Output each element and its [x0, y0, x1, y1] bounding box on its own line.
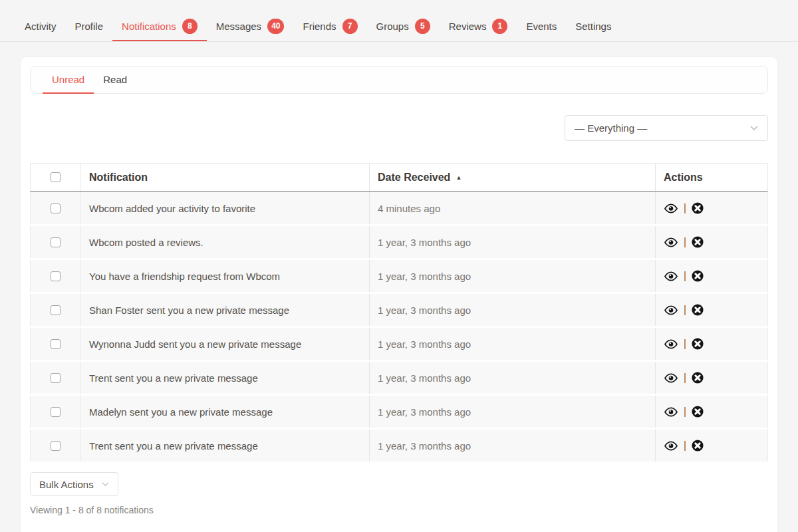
notification-type-select[interactable]: — Everything — — [565, 115, 768, 141]
nav-tab-label: Activity — [25, 21, 57, 32]
nav-tab-profile[interactable]: Profile — [66, 0, 113, 41]
subnav-tab-label: Read — [103, 74, 127, 85]
notification-text: Trent sent you a new private message — [89, 440, 258, 452]
notification-count-badge: 8 — [182, 19, 198, 34]
action-separator — [684, 305, 686, 315]
notification-text: You have a friendship request from Wbcom — [89, 271, 280, 282]
notifications-table: Notification Date Received ▲ Actions Wbc… — [30, 163, 768, 462]
subnav-tab-label: Unread — [52, 74, 84, 85]
table-row: Shan Foster sent you a new private messa… — [30, 294, 768, 326]
row-checkbox[interactable] — [51, 237, 61, 247]
nav-tab-settings[interactable]: Settings — [566, 0, 620, 41]
table-row: Wbcom posted a reviews. 1 year, 3 months… — [30, 226, 768, 258]
nav-tab-label: Messages — [216, 21, 261, 32]
notification-date: 1 year, 3 months ago — [378, 406, 471, 418]
nav-tab-label: Groups — [376, 21, 409, 32]
action-separator — [684, 407, 686, 417]
table-row: Wynonna Judd sent you a new private mess… — [30, 328, 768, 360]
nav-tab-label: Settings — [575, 21, 611, 32]
actions-column-header: Actions — [664, 172, 703, 184]
action-separator — [684, 441, 686, 451]
chevron-down-icon — [102, 482, 109, 487]
subnav-tab-unread[interactable]: Unread — [43, 66, 94, 94]
row-checkbox[interactable] — [51, 441, 61, 451]
select-all-checkbox[interactable] — [51, 172, 61, 182]
nav-tab-friends[interactable]: Friends 7 — [293, 0, 366, 41]
bulk-actions-label: Bulk Actions — [39, 479, 94, 490]
chevron-down-icon — [750, 126, 758, 131]
action-separator — [684, 271, 686, 281]
nav-tab-notifications[interactable]: Notifications 8 — [112, 0, 207, 41]
notification-text: Wbcom posted a reviews. — [89, 237, 203, 248]
notification-date: 1 year, 3 months ago — [378, 271, 471, 282]
row-checkbox[interactable] — [51, 373, 61, 383]
action-separator — [684, 339, 686, 349]
subnav-tab-read[interactable]: Read — [94, 66, 136, 94]
x-circle-icon[interactable] — [692, 406, 704, 418]
table-row: Trent sent you a new private message 1 y… — [30, 362, 768, 394]
notification-text: Wynonna Judd sent you a new private mess… — [89, 338, 301, 350]
x-circle-icon[interactable] — [692, 270, 704, 282]
pagination-status: Viewing 1 - 8 of 8 notifications — [30, 505, 768, 515]
row-checkbox[interactable] — [51, 407, 61, 417]
action-separator — [684, 237, 686, 247]
notification-text: Wbcom added your activity to favorite — [89, 203, 255, 214]
row-checkbox[interactable] — [51, 203, 61, 213]
table-header-row: Notification Date Received ▲ Actions — [30, 163, 768, 192]
notification-text: Shan Foster sent you a new private messa… — [89, 305, 289, 316]
filter-row: — Everything — — [30, 115, 768, 141]
eye-icon[interactable] — [664, 373, 678, 383]
notification-date: 1 year, 3 months ago — [378, 440, 471, 452]
notification-text: Madelyn sent you a new private message — [89, 406, 273, 418]
bulk-actions-select[interactable]: Bulk Actions — [30, 472, 118, 496]
row-checkbox[interactable] — [51, 271, 61, 281]
eye-icon[interactable] — [664, 203, 678, 213]
action-separator — [684, 203, 686, 213]
eye-icon[interactable] — [664, 305, 678, 315]
nav-tab-events[interactable]: Events — [517, 0, 566, 41]
notification-date: 1 year, 3 months ago — [378, 237, 471, 248]
nav-tab-label: Friends — [303, 21, 336, 32]
nav-tab-label: Reviews — [449, 21, 487, 32]
selected-filter-value: — Everything — — [575, 122, 647, 134]
notification-date: 1 year, 3 months ago — [378, 305, 471, 316]
messages-count-badge: 40 — [267, 19, 284, 34]
x-circle-icon[interactable] — [692, 236, 704, 248]
nav-tab-activity[interactable]: Activity — [15, 0, 66, 41]
eye-icon[interactable] — [664, 271, 678, 281]
notification-date: 1 year, 3 months ago — [378, 338, 471, 350]
nav-tab-groups[interactable]: Groups 5 — [367, 0, 440, 41]
notification-text: Trent sent you a new private message — [89, 372, 258, 384]
eye-icon[interactable] — [664, 339, 678, 349]
x-circle-icon[interactable] — [692, 338, 704, 350]
row-checkbox[interactable] — [51, 305, 61, 315]
table-row: Trent sent you a new private message 1 y… — [30, 430, 768, 462]
nav-tab-label: Events — [526, 21, 557, 32]
date-column-header[interactable]: Date Received ▲ — [370, 164, 656, 191]
table-body: Wbcom added your activity to favorite 4 … — [30, 192, 768, 462]
table-row: Madelyn sent you a new private message 1… — [30, 396, 768, 428]
action-separator — [684, 373, 686, 383]
eye-icon[interactable] — [664, 407, 678, 417]
nav-tab-label: Notifications — [122, 21, 176, 32]
x-circle-icon[interactable] — [692, 304, 704, 316]
nav-tab-reviews[interactable]: Reviews 1 — [440, 0, 517, 41]
main-nav: Activity Profile Notifications 8 Message… — [0, 0, 798, 42]
notifications-panel: Unread Read — Everything — Notification … — [20, 57, 778, 532]
x-circle-icon[interactable] — [692, 202, 704, 214]
reviews-count-badge: 1 — [492, 19, 507, 34]
read-state-subnav: Unread Read — [30, 66, 768, 94]
table-row: Wbcom added your activity to favorite 4 … — [30, 192, 768, 224]
eye-icon[interactable] — [664, 441, 678, 451]
nav-tab-label: Profile — [75, 21, 104, 32]
notification-column-header: Notification — [89, 172, 148, 184]
x-circle-icon[interactable] — [692, 440, 704, 452]
x-circle-icon[interactable] — [692, 372, 704, 384]
nav-tab-messages[interactable]: Messages 40 — [207, 0, 294, 41]
friends-count-badge: 7 — [342, 19, 358, 34]
eye-icon[interactable] — [664, 237, 678, 247]
table-row: You have a friendship request from Wbcom… — [30, 260, 768, 292]
sort-ascending-icon[interactable]: ▲ — [456, 174, 462, 181]
row-checkbox[interactable] — [51, 339, 61, 349]
notification-date: 1 year, 3 months ago — [378, 372, 471, 384]
